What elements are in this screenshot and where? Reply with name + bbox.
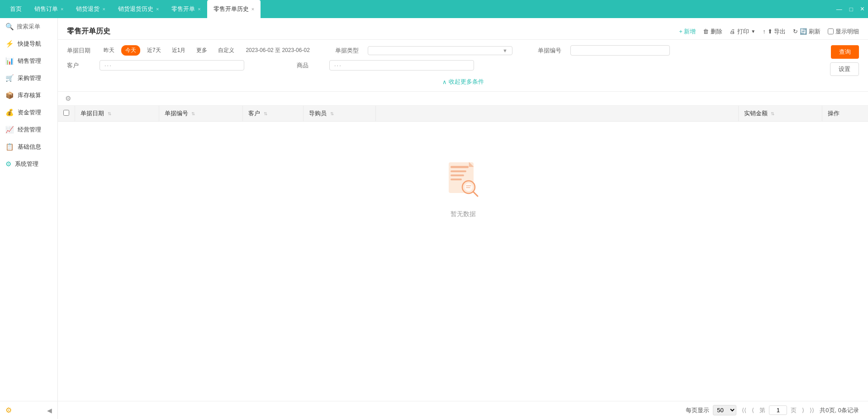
date-btn-last1month[interactable]: 近1月 [168, 45, 190, 56]
svg-rect-3 [451, 174, 464, 176]
date-range-display: 2023-06-02 至 2023-06-02 [246, 47, 309, 54]
query-button[interactable]: 查询 [831, 45, 859, 59]
date-btn-more[interactable]: 更多 [192, 45, 211, 56]
customer-dots: ··· [104, 62, 112, 69]
th-date: 单据日期 ⇅ [75, 106, 159, 122]
sort-date-icon[interactable]: ⇅ [108, 111, 111, 116]
tab-sales-order[interactable]: 销售订单 × [28, 0, 70, 18]
tab-retail-open[interactable]: 零售开单 × [165, 0, 207, 18]
customer-select[interactable]: ··· [100, 60, 244, 71]
data-table: 单据日期 ⇅ 单据编号 ⇅ 客户 ⇅ 导购员 ⇅ [58, 106, 868, 254]
filter-date-btns: 昨天 今天 近7天 近1月 更多 自定义 [100, 45, 238, 56]
sidebar-search[interactable]: 🔍 搜索采单 [0, 18, 57, 35]
sidebar-item-operations-label: 经营管理 [18, 126, 41, 134]
base-info-icon: 📋 [5, 143, 14, 151]
per-page-label: 每页显示 [686, 406, 709, 414]
purchase-mgmt-icon: 🛒 [5, 74, 14, 82]
page-label-pre: 第 [758, 405, 767, 415]
print-label: 打印 [737, 28, 749, 36]
tab-sales-return[interactable]: 销货退货 × [70, 0, 111, 18]
sidebar-item-base-info-label: 基础信息 [18, 143, 41, 151]
sort-customer-icon[interactable]: ⇅ [264, 111, 267, 116]
tab-retail-open-history-label: 零售开单历史 [213, 5, 249, 13]
per-page-select[interactable]: 50 10 20 100 [713, 405, 736, 415]
sidebar-item-quick-nav-label: 快捷导航 [18, 40, 41, 48]
order-no-input[interactable] [570, 45, 670, 56]
table-header-row: 单据日期 ⇅ 单据编号 ⇅ 客户 ⇅ 导购员 ⇅ [58, 106, 868, 122]
tab-retail-open-history[interactable]: 零售开单历史 × [207, 0, 261, 18]
sidebar-item-sys-mgmt-label: 系统管理 [15, 160, 38, 168]
tab-sales-return-history[interactable]: 销货退货历史 × [112, 0, 165, 18]
date-btn-today[interactable]: 今天 [121, 45, 140, 56]
tab-sales-return-label: 销货退货 [76, 5, 100, 13]
tab-sales-return-close[interactable]: × [102, 6, 105, 12]
order-no-label: 单据编号 [538, 47, 563, 55]
sidebar-item-base-info[interactable]: 📋 基础信息 [0, 138, 57, 155]
export-label: ⬆ 导出 [768, 28, 786, 36]
page-actions: + 新增 🗑 删除 🖨 打印 ▼ ↑ ⬆ 导出 ↻ 🔄 刷新 [679, 28, 859, 36]
sidebar-settings-icon[interactable]: ⚙ [5, 406, 12, 414]
sidebar-item-sales-mgmt[interactable]: 📊 销售管理 [0, 52, 57, 70]
sidebar-bottom: ⚙ ◀ [0, 401, 57, 419]
sidebar-item-purchase-mgmt[interactable]: 🛒 采购管理 [0, 70, 57, 87]
date-label: 单据日期 [67, 47, 92, 55]
sort-amount-icon[interactable]: ⇅ [771, 111, 774, 116]
top-tabbar: 首页 销售订单 × 销货退货 × 销货退货历史 × 零售开单 × 零售开单历史 … [0, 0, 868, 18]
tab-home[interactable]: 首页 [4, 0, 28, 18]
sidebar: 🔍 搜索采单 ⚡ 快捷导航 📊 销售管理 🛒 采购管理 📦 库存核算 💰 资金管… [0, 18, 58, 419]
page-header: 零售开单历史 + 新增 🗑 删除 🖨 打印 ▼ ↑ ⬆ 导出 [58, 18, 868, 40]
collapse-filter-btn[interactable]: ∧ 收起更多条件 [442, 78, 484, 86]
sidebar-collapse-icon[interactable]: ◀ [47, 407, 52, 414]
print-arrow-icon: ▼ [751, 29, 755, 34]
delete-button[interactable]: 🗑 删除 [703, 28, 722, 36]
sidebar-item-inventory[interactable]: 📦 库存核算 [0, 87, 57, 104]
show-detail-label: 显示明细 [835, 28, 859, 36]
tab-retail-open-label: 零售开单 [171, 5, 195, 13]
svg-rect-1 [451, 166, 469, 168]
date-btn-last7days[interactable]: 近7天 [143, 45, 165, 56]
sales-mgmt-icon: 📊 [5, 57, 14, 65]
sort-no-icon[interactable]: ⇅ [191, 111, 195, 116]
content-area: 零售开单历史 + 新增 🗑 删除 🖨 打印 ▼ ↑ ⬆ 导出 [58, 18, 868, 419]
close-btn[interactable]: × [860, 5, 864, 13]
refresh-button[interactable]: ↻ 🔄 刷新 [793, 28, 821, 36]
sidebar-item-finance-label: 资金管理 [18, 108, 41, 117]
page-number-input[interactable] [769, 405, 787, 415]
sidebar-item-sys-mgmt[interactable]: ⚙ 系统管理 [0, 155, 57, 173]
add-button[interactable]: + 新增 [679, 28, 696, 36]
page-nav: ⟨⟨ ⟨ 第 页 ⟩ ⟩⟩ [740, 405, 816, 415]
sidebar-item-operations[interactable]: 📈 经营管理 [0, 121, 57, 138]
show-detail-checkbox[interactable] [828, 28, 834, 34]
date-btn-custom[interactable]: 自定义 [214, 45, 238, 56]
goods-select[interactable]: ··· [329, 60, 474, 71]
table-settings-icon[interactable]: ⚙ [65, 94, 71, 103]
maximize-btn[interactable]: □ [849, 6, 853, 13]
empty-text: 暂无数据 [451, 210, 476, 218]
sidebar-item-quick-nav[interactable]: ⚡ 快捷导航 [0, 35, 57, 52]
select-all-checkbox[interactable] [63, 110, 69, 116]
th-no: 单据编号 ⇅ [159, 106, 243, 122]
tab-sales-return-history-close[interactable]: × [156, 6, 159, 12]
goods-dots: ··· [334, 62, 342, 69]
prev-page-btn[interactable]: ⟨ [750, 406, 756, 414]
inventory-icon: 📦 [5, 91, 14, 99]
tab-retail-open-history-close[interactable]: × [251, 6, 254, 12]
minimize-btn[interactable]: — [836, 6, 842, 13]
sidebar-item-finance[interactable]: 💰 资金管理 [0, 104, 57, 121]
sort-guide-icon[interactable]: ⇅ [330, 111, 334, 116]
date-btn-yesterday[interactable]: 昨天 [100, 45, 119, 56]
export-icon: ↑ [763, 28, 766, 35]
tab-retail-open-close[interactable]: × [198, 6, 200, 12]
quick-nav-icon: ⚡ [5, 40, 14, 48]
sidebar-item-inventory-label: 库存核算 [18, 91, 41, 99]
tab-sales-return-history-label: 销货退货历史 [118, 5, 153, 13]
type-select[interactable]: ▼ [368, 46, 512, 55]
last-page-btn[interactable]: ⟩⟩ [808, 406, 816, 414]
filter-settings-button[interactable]: 设置 [830, 62, 859, 76]
first-page-btn[interactable]: ⟨⟨ [740, 406, 748, 414]
export-button[interactable]: ↑ ⬆ 导出 [763, 28, 786, 36]
next-page-btn[interactable]: ⟩ [800, 406, 806, 414]
print-button[interactable]: 🖨 打印 ▼ [730, 28, 755, 36]
show-detail-check[interactable]: 显示明细 [828, 28, 859, 36]
tab-sales-order-close[interactable]: × [61, 6, 63, 12]
